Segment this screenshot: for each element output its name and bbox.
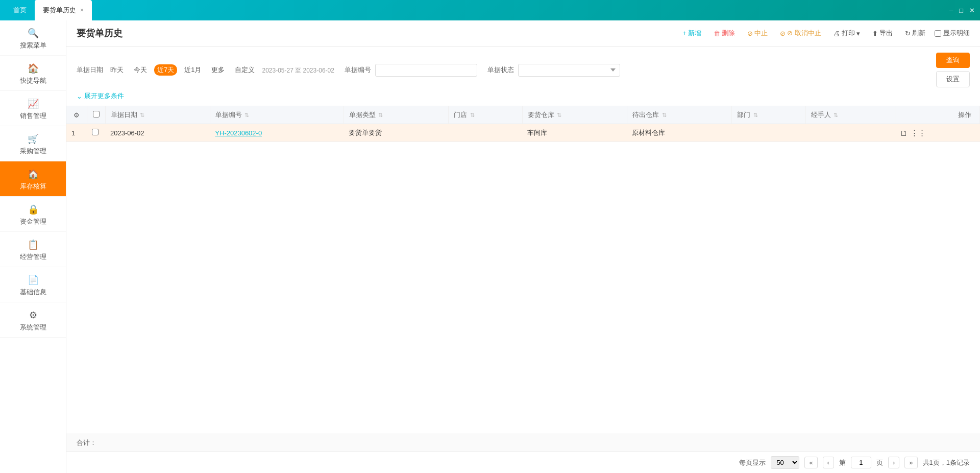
th-checkbox bbox=[87, 106, 105, 124]
stop-button[interactable]: ⊘ 中止 bbox=[744, 27, 771, 40]
delete-button[interactable]: 🗑 删除 bbox=[710, 27, 738, 40]
delete-icon: 🗑 bbox=[714, 30, 720, 37]
tab-requisition-history[interactable]: 要货单历史 × bbox=[35, 0, 92, 20]
stop-btn-label: 中止 bbox=[754, 29, 768, 38]
show-detail-checkbox[interactable] bbox=[935, 30, 941, 37]
data-table: ⚙ 单据日期 ⇅ 单据编号 ⇅ 单据类型 bbox=[66, 106, 980, 142]
content-area: 要货单历史 + 新增 🗑 删除 ⊘ 中止 ⊘ ⊘ 取消中止 � bbox=[66, 20, 980, 473]
first-page-button[interactable]: « bbox=[804, 457, 817, 468]
sidebar-item-fund-label: 资金管理 bbox=[20, 217, 46, 226]
purchase-mgmt-icon: 🛒 bbox=[28, 133, 39, 145]
cancel-stop-button[interactable]: ⊘ ⊘ 取消中止 bbox=[777, 27, 824, 40]
date-shortcut-yesterday[interactable]: 昨天 bbox=[107, 64, 127, 76]
th-wait-warehouse[interactable]: 待出仓库 ⇅ bbox=[627, 106, 731, 124]
view-action-icon[interactable]: 🗋 bbox=[900, 129, 908, 137]
filter-settings-button[interactable]: 设置 bbox=[936, 71, 970, 87]
sidebar-item-fund-mgmt[interactable]: 🔒 资金管理 bbox=[0, 197, 66, 232]
expand-chevron-icon: ⌄ bbox=[77, 92, 82, 100]
window-maximize[interactable]: □ bbox=[959, 7, 963, 14]
sort-store-icon: ⇅ bbox=[470, 112, 475, 118]
select-all-checkbox[interactable] bbox=[93, 111, 100, 117]
th-dept-label: 部门 bbox=[737, 111, 750, 119]
refresh-btn-label: 刷新 bbox=[912, 29, 925, 38]
row-docno: YH-20230602-0 bbox=[210, 124, 344, 142]
sidebar-item-quick-nav[interactable]: 🏠 快捷导航 bbox=[0, 56, 66, 91]
new-button[interactable]: + 新增 bbox=[679, 27, 704, 40]
date-shortcut-custom[interactable]: 自定义 bbox=[232, 64, 258, 76]
row-docno-link[interactable]: YH-20230602-0 bbox=[215, 129, 262, 137]
th-doctype-label: 单据类型 bbox=[349, 111, 376, 119]
th-store[interactable]: 门店 ⇅ bbox=[449, 106, 522, 124]
filter-area: 单据日期 昨天 今天 近7天 近1月 更多 自定义 2023-05-27 至 2… bbox=[66, 46, 980, 106]
fund-mgmt-icon: 🔒 bbox=[28, 204, 39, 215]
status-filter: 单据状态 bbox=[487, 64, 620, 77]
tab-home-label: 首页 bbox=[13, 6, 27, 15]
date-shortcut-more[interactable]: 更多 bbox=[208, 64, 228, 76]
sidebar-item-sys-label: 系统管理 bbox=[20, 323, 46, 332]
export-button[interactable]: ⬆ 导出 bbox=[869, 27, 896, 40]
print-button[interactable]: 🖨 打印 ▾ bbox=[830, 27, 863, 40]
th-handler[interactable]: 经手人 ⇅ bbox=[805, 106, 895, 124]
th-action-label: 操作 bbox=[958, 111, 971, 119]
date-shortcut-today[interactable]: 今天 bbox=[131, 64, 150, 76]
row-dept bbox=[732, 124, 805, 142]
sort-dept-icon: ⇅ bbox=[753, 112, 758, 118]
prev-page-button[interactable]: ‹ bbox=[823, 457, 834, 468]
row-checkbox bbox=[87, 124, 105, 142]
more-action-icon[interactable]: ⋮⋮ bbox=[911, 128, 926, 137]
sidebar-item-ops-mgmt[interactable]: 📋 经营管理 bbox=[0, 232, 66, 267]
page-header: 要货单历史 + 新增 🗑 删除 ⊘ 中止 ⊘ ⊘ 取消中止 � bbox=[66, 20, 980, 46]
th-dept[interactable]: 部门 ⇅ bbox=[732, 106, 805, 124]
sidebar-item-ops-label: 经营管理 bbox=[20, 252, 46, 262]
print-icon: 🖨 bbox=[834, 30, 840, 37]
sidebar: 🔍 搜索菜单 🏠 快捷导航 📈 销售管理 🛒 采购管理 🏠 库存核算 🔒 资金管… bbox=[0, 20, 66, 473]
main-layout: 🔍 搜索菜单 🏠 快捷导航 📈 销售管理 🛒 采购管理 🏠 库存核算 🔒 资金管… bbox=[0, 20, 980, 473]
date-range-display: 2023-05-27 至 2023-06-02 bbox=[262, 65, 334, 75]
last-page-button[interactable]: » bbox=[904, 457, 917, 468]
th-doctype[interactable]: 单据类型 ⇅ bbox=[344, 106, 448, 124]
window-controls: – □ ✕ bbox=[949, 7, 975, 14]
docno-input[interactable] bbox=[375, 64, 477, 77]
th-date-label: 单据日期 bbox=[111, 111, 137, 119]
next-page-button[interactable]: › bbox=[888, 457, 899, 468]
sidebar-item-quick-nav-label: 快捷导航 bbox=[20, 76, 46, 85]
sidebar-item-inventory-calc[interactable]: 🏠 库存核算 bbox=[0, 161, 66, 197]
show-detail-button[interactable]: 显示明细 bbox=[935, 29, 970, 38]
sidebar-item-sys-mgmt[interactable]: ⚙ 系统管理 bbox=[0, 302, 66, 338]
window-close[interactable]: ✕ bbox=[969, 7, 975, 14]
tab-home[interactable]: 首页 bbox=[5, 0, 35, 20]
ops-mgmt-icon: 📋 bbox=[28, 239, 39, 250]
expand-more-button[interactable]: ⌄ 展开更多条件 bbox=[77, 91, 970, 101]
docno-filter: 单据编号 bbox=[345, 64, 477, 77]
query-button[interactable]: 查询 bbox=[936, 53, 970, 68]
sidebar-item-sales-mgmt[interactable]: 📈 销售管理 bbox=[0, 91, 66, 126]
th-docno[interactable]: 单据编号 ⇅ bbox=[210, 106, 344, 124]
sort-doctype-icon: ⇅ bbox=[378, 112, 383, 118]
th-store-label: 门店 bbox=[454, 111, 467, 119]
sales-mgmt-icon: 📈 bbox=[28, 98, 39, 109]
search-menu-icon: 🔍 bbox=[28, 28, 39, 39]
refresh-button[interactable]: ↻ 刷新 bbox=[902, 27, 928, 40]
th-settings[interactable]: ⚙ bbox=[66, 106, 87, 124]
th-date[interactable]: 单据日期 ⇅ bbox=[105, 106, 210, 124]
inventory-calc-icon: 🏠 bbox=[28, 169, 39, 180]
window-minimize[interactable]: – bbox=[949, 7, 953, 14]
sidebar-item-purchase-mgmt[interactable]: 🛒 采购管理 bbox=[0, 126, 66, 161]
date-shortcut-1month[interactable]: 近1月 bbox=[181, 64, 204, 76]
row-select-checkbox[interactable] bbox=[92, 129, 99, 135]
sort-req-warehouse-icon: ⇅ bbox=[557, 112, 561, 118]
status-select[interactable] bbox=[518, 64, 620, 77]
table-header-row: ⚙ 单据日期 ⇅ 单据编号 ⇅ 单据类型 bbox=[66, 106, 980, 124]
date-shortcut-7days[interactable]: 近7天 bbox=[154, 64, 177, 76]
sidebar-item-search-menu[interactable]: 🔍 搜索菜单 bbox=[0, 20, 66, 56]
page-number-input[interactable] bbox=[851, 457, 871, 468]
tab-close-icon[interactable]: × bbox=[80, 7, 84, 14]
th-req-warehouse[interactable]: 要货仓库 ⇅ bbox=[522, 106, 627, 124]
table-row: 1 2023-06-02 YH-20230602-0 要货单要货 车间库 原材料… bbox=[66, 124, 980, 142]
sidebar-item-basic-info[interactable]: 📄 基础信息 bbox=[0, 267, 66, 302]
expand-more-label: 展开更多条件 bbox=[84, 91, 124, 101]
table-footer: 合计： bbox=[66, 434, 980, 452]
sort-wait-warehouse-icon: ⇅ bbox=[662, 112, 667, 118]
refresh-icon: ↻ bbox=[905, 30, 911, 37]
per-page-select[interactable]: 50 10 20 100 bbox=[771, 456, 799, 469]
